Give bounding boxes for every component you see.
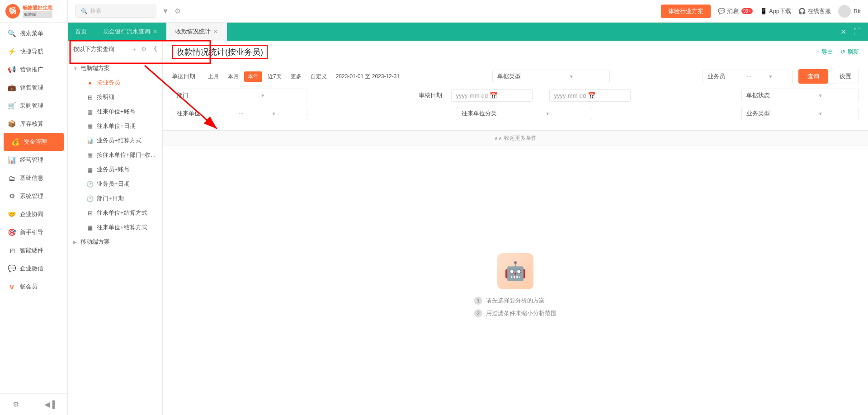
biz-type-select[interactable]: 业务类型 ▼ — [741, 107, 859, 120]
tabbar: 首页 现金银行流水查询 ✕ 收款情况统计 ✕ ✕ ⛶ — [68, 23, 868, 41]
add-plan-icon[interactable]: ＋ — [131, 45, 137, 53]
app-download-btn[interactable]: 📱 App下载 — [760, 7, 791, 15]
service-icon: 🎧 — [798, 8, 806, 14]
left-panel-header: 按以下方案查询 ＋ ⚙ 《 — [68, 41, 162, 58]
date-tab-7days[interactable]: 近7天 — [264, 71, 285, 82]
tree-item-dept-date[interactable]: 🕐 部门+日期 — [80, 191, 162, 206]
tree-node-pc[interactable]: ▼ 电脑端方案 — [68, 61, 162, 75]
partner-category-arrow-icon: ▼ — [545, 111, 587, 116]
sidebar-item-finance[interactable]: 💰 资金管理 — [4, 133, 64, 151]
close-window-icon[interactable]: ✕ — [840, 28, 846, 36]
partner-arrow-icon: ▼ — [272, 111, 303, 116]
review-date-start[interactable]: yyyy-mm-dd 📅 — [451, 89, 533, 102]
doc-type-select[interactable]: 单据类型 ▼ — [492, 70, 610, 83]
search-bar-icon: 🔍 — [81, 8, 88, 14]
calendar-start-icon[interactable]: 📅 — [490, 92, 497, 99]
sidebar-item-guide[interactable]: 🎯 新手引导 — [0, 223, 67, 241]
refresh-btn[interactable]: ↺ 刷新 — [840, 48, 859, 56]
gear-icon[interactable]: ⚙ — [175, 7, 181, 15]
sidebar-item-purchase[interactable]: 🛒 采购管理 — [0, 97, 67, 115]
doc-status-select[interactable]: 单据状态 ▼ — [741, 89, 859, 102]
filter-row-3: 往来单位 ··· ▼ 往来单位分类 ▼ 业务类型 — [172, 107, 859, 120]
salesperson-arrow-icon: ▼ — [769, 74, 788, 79]
notification-icon: 💬 — [718, 8, 725, 14]
salesperson-icon: ● — [86, 80, 94, 86]
empty-illustration: 🤖 — [488, 244, 542, 289]
online-service-btn[interactable]: 🎧 在线客服 — [798, 7, 831, 15]
collapse-bar[interactable]: ∧∧ 收起更多条件 — [163, 131, 868, 146]
partner-category-select[interactable]: 往来单位分类 ▼ — [457, 107, 592, 120]
settings-btn[interactable]: 设置 — [832, 69, 859, 84]
dropdown-arrow-icon[interactable]: ▼ — [162, 7, 169, 15]
robot-icon: 🤖 — [497, 253, 533, 289]
sidebar-item-system[interactable]: ⚙ 系统管理 — [0, 187, 67, 205]
tree-item-unit-settle2[interactable]: ▦ 往来单位+结算方式 — [80, 220, 162, 235]
dept-arrow-icon: ▼ — [260, 93, 302, 98]
tree-item-by-detail[interactable]: ⊞ 按明细 — [80, 90, 162, 104]
tabbar-right: ✕ ⛶ — [840, 28, 868, 36]
tree-item-unit-date[interactable]: ▦ 往来单位+日期 — [80, 119, 162, 133]
query-btn[interactable]: 查询 — [798, 69, 828, 84]
tab-home[interactable]: 首页 — [68, 23, 94, 41]
export-btn[interactable]: ↑ 导出 — [817, 48, 834, 56]
empty-state: 🤖 1 请先选择要分析的方案 2 用过滤条件来缩小分析范围 — [163, 146, 868, 415]
sidebar-item-operations[interactable]: 📊 经营管理 — [0, 151, 67, 169]
tab-collection-close[interactable]: ✕ — [213, 28, 218, 35]
tab-bank[interactable]: 现金银行流水查询 ✕ — [94, 23, 166, 41]
sidebar-item-sales[interactable]: 💼 销售管理 — [0, 79, 67, 97]
sidebar-item-wechat[interactable]: 💬 企业微信 — [0, 259, 67, 278]
unit-dept-icon: ▦ — [86, 152, 94, 159]
doc-status-arrow-icon: ▼ — [818, 93, 854, 98]
trial-btn[interactable]: 体验行业方案 — [661, 5, 711, 18]
sidebar-item-basic[interactable]: 🗂 基础信息 — [0, 169, 67, 187]
date-tab-thisyear[interactable]: 本年 — [244, 71, 262, 82]
tree-item-sales-date[interactable]: 🕐 业务员+日期 — [80, 177, 162, 191]
sidebar: 畅 畅捷通好生意 标准版 🔍 搜索菜单 ⚡ 快捷导航 📢 营销推广 💼 销售管理… — [0, 0, 68, 415]
hint-num-1: 1 — [474, 297, 482, 305]
date-tab-thismonth[interactable]: 本月 — [224, 71, 242, 82]
sidebar-item-marketing[interactable]: 📢 营销推广 — [0, 61, 67, 79]
tree-item-unit-dept[interactable]: ▦ 按往来单位+部门+收... — [80, 148, 162, 162]
tab-bank-close[interactable]: ✕ — [153, 28, 157, 35]
date-tab-more[interactable]: 更多 — [287, 71, 305, 82]
sidebar-item-search[interactable]: 🔍 搜索菜单 — [0, 24, 67, 42]
search-bar[interactable]: 🔍 搜索 — [75, 5, 156, 18]
empty-hint-2: 2 用过滤条件来缩小分析范围 — [474, 309, 557, 317]
sidebar-item-enterprise[interactable]: 🤝 企业协同 — [0, 205, 67, 223]
settings-bottom-icon[interactable]: ⚙ — [10, 397, 22, 411]
sidebar-item-quicknav[interactable]: ⚡ 快捷导航 — [0, 42, 67, 61]
dept-select[interactable]: 部门 ▼ — [172, 89, 307, 102]
logo-area: 畅 畅捷通好生意 标准版 — [0, 0, 67, 23]
tree-item-by-salesperson[interactable]: ● 按业务员 — [80, 75, 162, 90]
biz-type-arrow-icon: ▼ — [818, 111, 854, 116]
sidebar-bottom: ⚙ ◀▐ — [0, 393, 67, 415]
wechat-icon: 💬 — [7, 264, 16, 273]
tree-item-sales-account[interactable]: ▦ 业务员+账号 — [80, 162, 162, 177]
calendar-end-icon[interactable]: 📅 — [588, 92, 595, 99]
tree-node-mobile[interactable]: ▶ 移动端方案 — [68, 235, 162, 249]
salesperson-select[interactable]: 业务员 ··· ▼ — [703, 70, 793, 83]
logo-icon: 畅 — [5, 4, 20, 19]
sidebar-item-inventory[interactable]: 📦 库存核算 — [0, 115, 67, 133]
maximize-icon[interactable]: ⛶ — [854, 28, 861, 36]
hint-num-2: 2 — [474, 309, 482, 317]
tree-item-unit-account[interactable]: ▦ 往来单位+账号 — [80, 104, 162, 119]
review-date-end[interactable]: yyyy-mm-dd 📅 — [549, 89, 631, 102]
hardware-icon: 🖥 — [7, 246, 16, 255]
tree-section: ▼ 电脑端方案 ● 按业务员 ⊞ 按明细 ▦ 往来单位+账号 — [68, 58, 162, 252]
collapse-panel-icon[interactable]: 《 — [151, 45, 157, 53]
user-area[interactable]: Rit — [838, 5, 861, 18]
notification-btn[interactable]: 💬 消息 99+ — [718, 7, 753, 15]
partner-select[interactable]: 往来单位 ··· ▼ — [172, 107, 307, 120]
inventory-icon: 📦 — [7, 119, 16, 128]
tree-item-sales-settle[interactable]: 📊 业务员+结算方式 — [80, 133, 162, 148]
collapse-icon: ∧∧ — [494, 135, 502, 141]
sidebar-item-hardware[interactable]: 🖥 智能硬件 — [0, 241, 67, 259]
date-tab-lastmonth[interactable]: 上月 — [204, 71, 222, 82]
settings-plan-icon[interactable]: ⚙ — [141, 46, 147, 53]
tree-item-unit-settle1[interactable]: ⊞ 往来单位+结算方式 — [80, 206, 162, 220]
collapse-sidebar-icon[interactable]: ◀▐ — [42, 397, 57, 411]
sidebar-item-member[interactable]: V 畅会员 — [0, 278, 67, 296]
tab-collection[interactable]: 收款情况统计 ✕ — [166, 23, 227, 41]
date-tab-custom[interactable]: 自定义 — [307, 71, 330, 82]
